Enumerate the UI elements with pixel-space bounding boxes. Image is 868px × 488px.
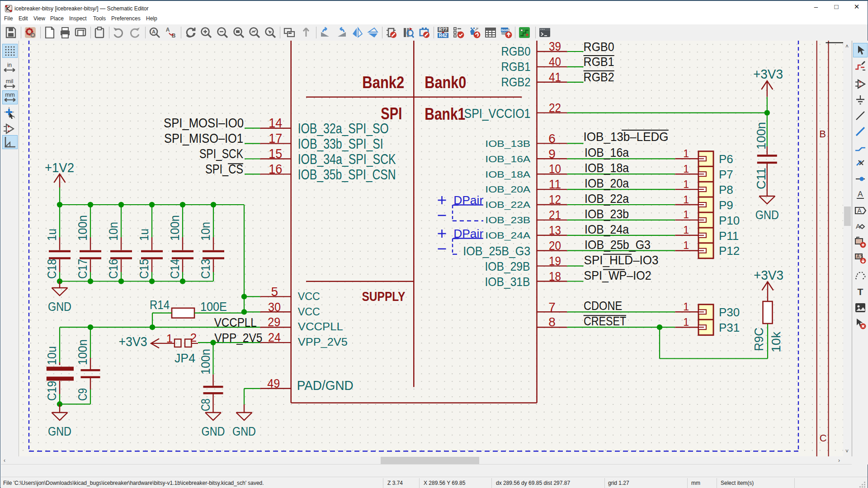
svg-text:A: A xyxy=(166,27,170,33)
svg-text:P31: P31 xyxy=(719,321,740,334)
svg-text:IOB_32a_SPI_SO: IOB_32a_SPI_SO xyxy=(298,121,389,136)
svg-text:29: 29 xyxy=(268,315,280,329)
svg-text:30: 30 xyxy=(268,300,281,314)
svg-text:IOB_13b–LEDG: IOB_13b–LEDG xyxy=(584,130,669,144)
svg-text:1: 1 xyxy=(683,178,689,190)
svg-text:R9C: R9C xyxy=(752,328,766,351)
svg-text:41: 41 xyxy=(549,70,561,84)
svg-text:IOB_24A: IOB_24A xyxy=(485,230,530,241)
svg-text:T: T xyxy=(858,286,863,297)
svg-text:RGB1: RGB1 xyxy=(584,55,614,69)
svg-text:Bank2: Bank2 xyxy=(362,73,404,92)
svg-text:C9: C9 xyxy=(75,388,90,401)
svg-text:21: 21 xyxy=(549,208,561,222)
svg-text:C17: C17 xyxy=(75,259,90,279)
svg-text:1u: 1u xyxy=(137,229,151,241)
svg-text:10u: 10u xyxy=(45,346,59,365)
svg-text:10: 10 xyxy=(549,162,561,176)
svg-text:17: 17 xyxy=(269,131,282,145)
svg-text:RGB2: RGB2 xyxy=(501,75,531,89)
svg-text:R14: R14 xyxy=(150,298,170,312)
svg-text:IOB_23b: IOB_23b xyxy=(585,207,629,221)
svg-text:SPI_HLD–IO3: SPI_HLD–IO3 xyxy=(584,253,659,267)
svg-text:18: 18 xyxy=(549,269,561,283)
svg-text:IOB_22A: IOB_22A xyxy=(485,199,530,210)
svg-text:C15: C15 xyxy=(137,259,151,279)
svg-text:R42: R42 xyxy=(439,33,448,38)
svg-text:1: 1 xyxy=(683,194,689,206)
svg-text:IOB_16A: IOB_16A xyxy=(485,154,530,164)
svg-text:A: A xyxy=(857,254,860,259)
svg-text:.bom: .bom xyxy=(500,28,509,32)
svg-text:16: 16 xyxy=(269,162,282,176)
svg-text:IOB_25b_G3: IOB_25b_G3 xyxy=(585,238,651,252)
svg-text:10n: 10n xyxy=(106,222,120,241)
svg-text:8: 8 xyxy=(548,315,556,329)
svg-text:9: 9 xyxy=(548,147,556,161)
svg-text:P7: P7 xyxy=(719,168,733,181)
svg-text:SPI_WP–IO2: SPI_WP–IO2 xyxy=(584,268,651,282)
svg-text:JP4: JP4 xyxy=(175,351,195,365)
svg-text:1: 1 xyxy=(683,239,689,251)
svg-text:IOB_16a: IOB_16a xyxy=(585,145,629,160)
svg-text:A: A xyxy=(152,29,156,34)
svg-text:RGB0: RGB0 xyxy=(501,44,531,58)
svg-text:P12: P12 xyxy=(719,244,740,258)
svg-text:15: 15 xyxy=(269,146,282,161)
svg-text:24: 24 xyxy=(268,330,281,344)
svg-text:100n: 100n xyxy=(754,122,768,150)
svg-text:11: 11 xyxy=(549,177,561,191)
svg-text:IOB_18a: IOB_18a xyxy=(585,161,629,175)
svg-text:1: 1 xyxy=(683,301,689,313)
svg-text:13: 13 xyxy=(549,223,561,237)
svg-text:P10: P10 xyxy=(719,214,740,227)
svg-text:19: 19 xyxy=(549,254,561,268)
svg-text:C18: C18 xyxy=(45,259,59,279)
svg-text:IOB_29B: IOB_29B xyxy=(485,259,530,273)
svg-text:+1V2: +1V2 xyxy=(45,160,74,175)
svg-text:100n: 100n xyxy=(75,215,90,241)
svg-text:GND: GND xyxy=(232,425,256,438)
svg-text:100n: 100n xyxy=(75,339,90,365)
svg-text:SPI: SPI xyxy=(381,104,402,123)
svg-text:C: C xyxy=(820,432,827,444)
svg-text:1u: 1u xyxy=(45,229,59,241)
svg-text:Bank1: Bank1 xyxy=(425,105,465,123)
svg-text:1: 1 xyxy=(683,148,689,160)
svg-text:Bank0: Bank0 xyxy=(425,73,466,92)
svg-text:1: 1 xyxy=(683,316,689,328)
svg-text:CRESET: CRESET xyxy=(584,314,626,328)
svg-text:P8: P8 xyxy=(719,183,733,197)
svg-text:VPP_2V5: VPP_2V5 xyxy=(298,336,348,348)
svg-text:VCC: VCC xyxy=(298,291,320,302)
svg-text:IOB_31B: IOB_31B xyxy=(485,275,530,289)
svg-text:40: 40 xyxy=(549,55,561,69)
svg-text:IOB_24a: IOB_24a xyxy=(585,222,629,236)
svg-text:B: B xyxy=(172,33,176,38)
svg-text:IOB_23B: IOB_23B xyxy=(485,215,530,225)
svg-text:CDONE: CDONE xyxy=(584,299,622,313)
svg-text:IOB_25B_G3: IOB_25B_G3 xyxy=(463,244,530,258)
svg-text:mil: mil xyxy=(6,78,14,84)
svg-text:GND: GND xyxy=(48,300,71,314)
svg-text:10n: 10n xyxy=(198,222,212,241)
svg-text:VCC: VCC xyxy=(298,306,320,318)
svg-text:mm: mm xyxy=(5,91,15,98)
svg-text:10k: 10k xyxy=(769,331,783,352)
svg-text:SUPPLY: SUPPLY xyxy=(362,289,405,304)
svg-text:SPI_MISO–IO1: SPI_MISO–IO1 xyxy=(164,131,243,145)
svg-text:12: 12 xyxy=(549,192,561,206)
svg-text:SPI_VCCIO1: SPI_VCCIO1 xyxy=(464,106,531,121)
svg-text:100n: 100n xyxy=(198,349,212,375)
svg-text:GND: GND xyxy=(48,425,71,438)
svg-text:7: 7 xyxy=(548,300,556,314)
svg-text:in: in xyxy=(7,61,12,68)
svg-text:P30: P30 xyxy=(719,305,740,319)
svg-text:IOB_20A: IOB_20A xyxy=(485,184,530,195)
svg-text:P9: P9 xyxy=(719,198,733,212)
svg-text:C13: C13 xyxy=(198,259,212,279)
svg-text:1: 1 xyxy=(683,163,689,175)
svg-text:39: 39 xyxy=(549,41,561,53)
svg-text:14: 14 xyxy=(269,116,282,130)
svg-text:A: A xyxy=(856,222,860,230)
